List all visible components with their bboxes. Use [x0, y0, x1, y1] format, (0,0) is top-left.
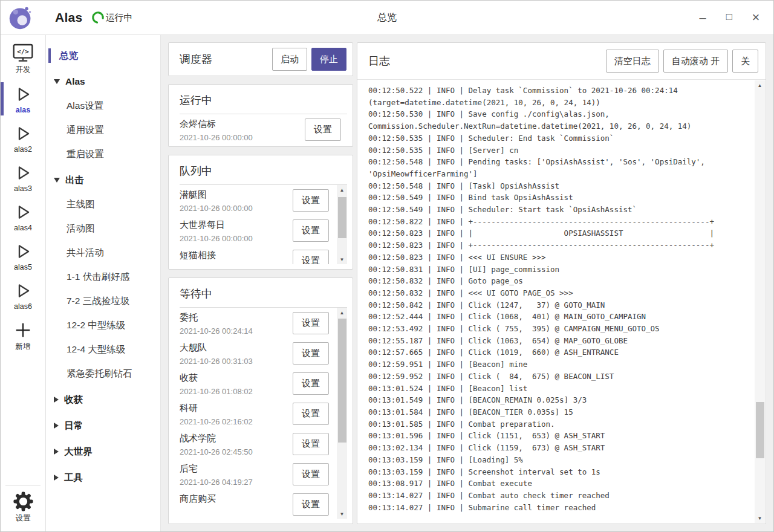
gear-icon [13, 491, 33, 511]
log-line: 00:12:50.549 | INFO | Scheduler: Start t… [368, 204, 749, 216]
task-row: 潜艇图 2021-10-26 00:00:00 设置 [180, 185, 333, 215]
scrollbar[interactable]: ▲ ▼ [337, 308, 347, 519]
menu-item[interactable]: 收获 [46, 388, 160, 412]
task-row: 委托 2021-10-26 00:24:14 设置 [180, 308, 333, 338]
task-setting-button[interactable]: 设置 [293, 463, 329, 485]
maximize-icon[interactable]: □ [720, 8, 738, 27]
log-line: 00:12:59.952 | INFO | Click ( 84, 675) @… [368, 371, 749, 383]
scroll-down-icon[interactable]: ▼ [337, 255, 347, 264]
menu-item[interactable]: 通用设置 [46, 118, 160, 142]
menu-item[interactable]: 共斗活动 [46, 241, 160, 265]
menu-item-label: 主线图 [67, 198, 95, 211]
menu-item[interactable]: Alas [46, 70, 160, 94]
menu-item[interactable]: 活动图 [46, 216, 160, 241]
chevron-icon [54, 423, 59, 429]
task-setting-button[interactable]: 设置 [293, 493, 329, 516]
rail-instance-item[interactable]: </> alas5 [1, 236, 45, 276]
scrollbar[interactable]: ▲ ▼ [337, 185, 347, 264]
task-setting-button[interactable]: 设置 [293, 189, 329, 212]
rail-item-label: 设置 [16, 513, 31, 524]
menu-item[interactable]: 大世界 [46, 440, 160, 464]
menu-item-label: 重启设置 [67, 148, 104, 161]
task-row: 收获 2021-10-26 01:08:02 设置 [180, 368, 333, 398]
rail-item-label: alas6 [14, 302, 32, 311]
menu-item[interactable]: 12-4 大型练级 [46, 337, 160, 362]
scroll-up-icon[interactable]: ▲ [755, 80, 765, 90]
menu-item[interactable]: 12-2 中型练级 [46, 313, 160, 337]
log-line: 00:13:08.917 | INFO | Combat execute [368, 478, 749, 490]
menu-item-label: 日常 [64, 420, 83, 432]
scheduler-title: 调度器 [180, 52, 212, 66]
menu-item[interactable]: 1-1 伏击刷好感 [46, 265, 160, 289]
task-setting-button[interactable]: 设置 [293, 250, 329, 264]
scroll-up-icon[interactable]: ▲ [337, 308, 347, 317]
scheduler-status-label: 运行中 [106, 12, 133, 24]
rail-instance-item[interactable]: </> alas2 [1, 118, 45, 158]
rail-instance-item[interactable]: </> alas6 [1, 276, 45, 315]
rail-item-settings[interactable]: 设置 [1, 487, 45, 528]
menu-item[interactable]: 总览 [46, 44, 160, 68]
log-line: 00:13:01.549 | INFO | [BEACON_REMAIN 0.0… [368, 394, 749, 406]
menu-item[interactable]: 重启设置 [46, 142, 160, 166]
log-line: 00:13:01.584 | INFO | [BEACON_TIER 0.035… [368, 406, 749, 418]
scroll-thumb[interactable] [338, 197, 346, 238]
log-line: 00:12:50.549 | INFO | Bind task OpsiAshA… [368, 192, 749, 204]
running-card: 运行中 余烬信标 2021-10-26 00:00:00 设置 [168, 84, 353, 147]
main-area: 调度器 启动 停止 运行中 余烬信标 2021-10-26 00:0 [161, 35, 773, 531]
rail-instance-item[interactable]: </> alas [1, 79, 45, 118]
menu-item[interactable]: 主线图 [46, 192, 160, 216]
task-setting-button[interactable]: 设置 [293, 312, 329, 334]
menu-item-label: 7-2 三战捡垃圾 [67, 295, 129, 308]
chevron-icon [54, 79, 60, 84]
scroll-thumb[interactable] [338, 319, 346, 443]
scroll-down-icon[interactable]: ▼ [755, 513, 765, 523]
task-setting-button[interactable]: 设置 [293, 433, 329, 455]
menu-item[interactable]: 工具 [46, 465, 160, 490]
menu-item-label: 大世界 [64, 446, 93, 458]
task-setting-button[interactable]: 设置 [293, 342, 329, 365]
menu-item-label: 活动图 [67, 222, 95, 235]
rail-instance-item[interactable]: </> alas3 [1, 158, 45, 197]
plus-icon [14, 321, 32, 339]
log-line: 00:13:03.159 | INFO | Screenshot interva… [368, 466, 749, 478]
menu-item-label: 工具 [64, 472, 83, 484]
log-line: 00:12:50.535 | INFO | Scheduler: End tas… [368, 132, 749, 144]
task-setting-button[interactable]: 设置 [293, 219, 329, 242]
scroll-thumb[interactable] [756, 402, 764, 458]
rail-instance-item[interactable]: </> alas4 [1, 197, 45, 236]
menu-item[interactable]: 紧急委托刷钻石 [46, 362, 160, 386]
scroll-down-icon[interactable]: ▼ [337, 509, 347, 519]
clear-log-button[interactable]: 清空日志 [606, 50, 659, 73]
autoscroll-toggle-button[interactable]: 自动滚动 开 [663, 50, 728, 73]
task-row: 大舰队 2021-10-26 00:31:03 设置 [180, 338, 333, 368]
titlebar: Alas 运行中 总览 – □ × [1, 1, 773, 35]
scheduler-card: 调度器 启动 停止 [168, 42, 353, 76]
close-icon[interactable]: × [747, 8, 765, 27]
task-row: 商店购买 设置 [180, 489, 333, 519]
menu-item[interactable]: Alas设置 [46, 94, 160, 118]
rail-instance-item[interactable]: </> 开发 [1, 38, 45, 79]
menu-item[interactable]: 日常 [46, 414, 160, 438]
log-scrollbar[interactable]: ▲ ▼ [755, 80, 765, 523]
log-line: 00:12:59.951 | INFO | [Beacon] mine [368, 358, 749, 371]
log-line: 00:12:50.823 | INFO | | OPSIASHASSIST | [368, 227, 749, 239]
start-button[interactable]: 启动 [272, 48, 307, 71]
log-off-button[interactable]: 关 [732, 50, 758, 73]
scroll-up-icon[interactable]: ▲ [337, 185, 347, 195]
svg-text:</>: </> [17, 48, 29, 56]
log-line: 00:13:01.585 | INFO | Combat preparation… [368, 418, 749, 430]
log-line: 00:12:55.187 | INFO | Click (1063, 654) … [368, 335, 749, 347]
rail-item-label: 新增 [16, 342, 31, 352]
stop-button[interactable]: 停止 [311, 48, 346, 71]
menu-item[interactable]: 7-2 三战捡垃圾 [46, 289, 160, 313]
menu-item-label: Alas设置 [67, 100, 103, 112]
log-line: 00:12:50.548 | INFO | [Task] OpsiAshAssi… [368, 180, 749, 192]
rail-instance-item[interactable]: </> 新增 [1, 315, 45, 356]
task-setting-button[interactable]: 设置 [305, 118, 341, 141]
menu-item[interactable]: 出击 [46, 168, 160, 192]
minimize-icon[interactable]: – [694, 8, 712, 27]
log-line: 00:13:01.596 | INFO | Click (1151, 653) … [368, 430, 749, 442]
task-setting-button[interactable]: 设置 [293, 403, 329, 425]
task-setting-button[interactable]: 设置 [293, 372, 329, 395]
menu-item-label: 12-2 中型练级 [67, 319, 125, 332]
